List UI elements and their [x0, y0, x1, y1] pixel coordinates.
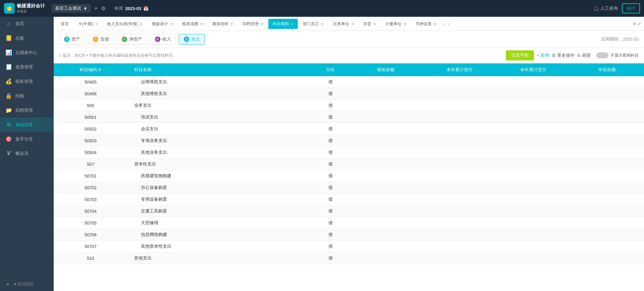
table-row[interactable]: 50707 其他资本性支出 借 [54, 241, 644, 252]
table-row[interactable]: 510 其他支出 借 [54, 252, 644, 264]
tab-inventory[interactable]: 存货 ✕ [359, 19, 380, 29]
cell-opening [349, 170, 423, 182]
customer-service-btn[interactable]: 🎧 人工咨询 [594, 5, 618, 11]
type-tab-equity[interactable]: ≡ 净资产 [117, 34, 147, 45]
table-row[interactable]: 50703 专用设备购置 借 [54, 194, 644, 205]
sidebar-item-settings[interactable]: ⚙ 基础设置 [0, 117, 54, 132]
table-row[interactable]: 50502 会议支出 借 [54, 123, 644, 135]
more-actions-button[interactable]: ☰ 更多操作 [552, 52, 575, 58]
cell-code: 50502 [54, 123, 127, 135]
sidebar-item-tax[interactable]: 💰 税务管理 [0, 74, 54, 89]
tab-currency-close[interactable]: ✕ [434, 22, 436, 26]
type-tab-asset[interactable]: 资 资产 [59, 34, 85, 45]
settings-icon[interactable]: ⚙ [101, 5, 106, 12]
app-container: 🌟 畅捷通好会计 体验版 基层工会测试 ▼ + ⚙ 账期 2023-03 📅 🎧… [0, 0, 644, 291]
cell-direction: 借 [312, 158, 349, 170]
table-row[interactable]: 50705 大型修缮 借 [54, 217, 644, 229]
tab-partner-close[interactable]: ✕ [351, 22, 354, 26]
cell-year-opening [570, 88, 644, 100]
cell-year-opening [570, 217, 644, 229]
tab-nav-next[interactable]: › [446, 20, 451, 28]
tab-nav-prev[interactable]: ‹ [441, 20, 446, 28]
tab-archive-close[interactable]: ✕ [261, 22, 263, 26]
cell-ytd-debit [423, 241, 496, 252]
table-row[interactable]: 50704 交通工具购置 借 [54, 205, 644, 217]
sidebar-item-closing[interactable]: 🔒 结账 [0, 89, 54, 103]
tab-tax-clear-close[interactable]: ✕ [200, 22, 203, 26]
tab-archive[interactable]: 归档管理 ✕ [238, 19, 268, 29]
tab-period-end-close[interactable]: ✕ [230, 22, 233, 26]
sidebar-item-archive[interactable]: 📁 归档管理 [0, 103, 54, 117]
sidebar-item-home[interactable]: ⌂ 首页 [0, 17, 54, 31]
tab-income-annual-close[interactable]: ✕ [140, 22, 143, 26]
tab-maximize-btn[interactable]: ⤢ [637, 21, 641, 27]
cell-ytd-debit [423, 217, 496, 229]
tab-subject-init-label: 科目期初 [273, 21, 289, 27]
tab-subject-init[interactable]: 科目期初 ✕ [268, 19, 298, 29]
tab-subject-init-close[interactable]: ✕ [291, 22, 293, 26]
tab-currency[interactable]: 币种设置 ✕ [411, 19, 441, 29]
company-selector[interactable]: 基层工会测试 ▼ [52, 4, 91, 13]
top-right: 🎧 人工咨询 会计 [594, 3, 640, 13]
table-row[interactable]: 50706 信息网络购建 借 [54, 229, 644, 241]
table-row[interactable]: 50501 培训支出 借 [54, 111, 644, 123]
tab-unit-close[interactable]: ✕ [404, 22, 406, 26]
cell-year-opening [570, 205, 644, 217]
sidebar-collapse-btn[interactable]: ◄ ◄ 取消固定 [0, 277, 54, 291]
table-row[interactable]: 50701 房屋建筑物购建 借 [54, 170, 644, 182]
tab-template[interactable]: 模版设计 ✕ [148, 19, 177, 29]
add-tab-btn[interactable]: + [94, 5, 98, 12]
type-tab-liability[interactable]: 负 负债 [88, 34, 114, 45]
sidebar-item-member[interactable]: V 畅会员 [0, 146, 54, 160]
tab-dept-staff-label: 部门员工 [303, 21, 319, 27]
table-row[interactable]: 50405 运维维权支出 借 [54, 76, 644, 88]
refresh-button[interactable]: ↻ 刷新 [577, 52, 591, 58]
cell-year-opening [570, 123, 644, 135]
tab-income-annual[interactable]: 收入支出表(年报) ✕ [103, 19, 147, 29]
tab-unit[interactable]: 计量单位 ✕ [381, 19, 411, 29]
table-row[interactable]: 50503 专项业务支出 借 [54, 135, 644, 147]
sidebar-item-reports[interactable]: 📊 云报表中心 [0, 45, 54, 60]
type-tab-income[interactable]: 收 收入 [150, 34, 176, 45]
liability-icon: 负 [93, 37, 98, 42]
tab-interim[interactable]: ￥(中期) ✕ [74, 19, 102, 29]
sidebar-item-ledger[interactable]: 📒 总账 [0, 31, 54, 45]
cell-year-opening [570, 170, 644, 182]
cell-ytd-debit [423, 158, 496, 170]
tab-tax-clear[interactable]: 税表清册 ✕ [178, 19, 207, 29]
table-container[interactable]: 科目编码 ⚙ 科目名称 方向 期初余额 本年累计借方 本年累计贷方 年初余额 [54, 63, 644, 291]
tab-inventory-close[interactable]: ✕ [373, 22, 376, 26]
tab-partner[interactable]: 往来单位 ✕ [329, 19, 358, 29]
cell-ytd-debit [423, 123, 496, 135]
cell-name: 培训支出 [127, 111, 312, 123]
tab-period-end[interactable]: 期末结转 ✕ [208, 19, 237, 29]
tab-interim-close[interactable]: ✕ [95, 22, 98, 26]
cell-name: 其他支出 [127, 252, 312, 264]
tab-interim-label: ￥(中期) [78, 21, 93, 27]
cell-code: 510 [54, 252, 127, 264]
tab-home[interactable]: 首页 [56, 19, 73, 29]
type-tab-expense[interactable]: 支 支出 [179, 34, 205, 45]
sidebar-label-ledger: 总账 [15, 35, 24, 41]
tab-dept-staff-close[interactable]: ✕ [321, 22, 324, 26]
table-row[interactable]: 50406 其他维权支出 借 [54, 88, 644, 100]
disable-toggle[interactable] [596, 52, 608, 58]
tab-template-close[interactable]: ✕ [170, 22, 173, 26]
table-row[interactable]: 507 资本性支出 借 [54, 158, 644, 170]
sidebar-item-guide[interactable]: 🎯 新手引导 [0, 132, 54, 146]
sidebar-item-invoice[interactable]: 🧾 发票管理 [0, 60, 54, 74]
tab-dept-staff[interactable]: 部门员工 ✕ [299, 19, 328, 29]
tab-close-all-btn[interactable]: ✕ [633, 21, 637, 27]
cell-year-opening [570, 135, 644, 147]
table-row[interactable]: 505 业务支出 借 [54, 100, 644, 111]
cell-ytd-debit [423, 111, 496, 123]
table-row[interactable]: 50702 办公设备购置 借 [54, 182, 644, 194]
col-direction: 方向 [312, 63, 349, 76]
balance-button[interactable]: 试算平衡 [506, 50, 534, 60]
calendar-icon[interactable]: 📅 [143, 6, 149, 11]
equity-label: 净资产 [129, 36, 142, 42]
table-row[interactable]: 50504 其他业务支出 借 [54, 147, 644, 158]
col-settings-icon[interactable]: ⚙ [98, 67, 102, 72]
account-button[interactable]: 会计 [622, 3, 640, 13]
add-button[interactable]: + 新增 [537, 52, 549, 58]
